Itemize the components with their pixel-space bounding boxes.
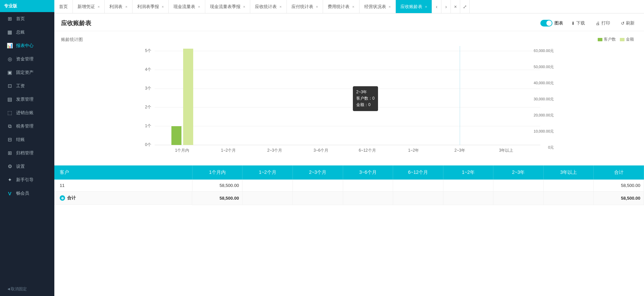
svg-text:0个: 0个: [145, 142, 151, 147]
tab-ap-stats-close[interactable]: ×: [316, 5, 318, 9]
tab-home[interactable]: 首页: [54, 0, 73, 13]
col-m8: 3年以上: [543, 165, 594, 180]
unpin-button[interactable]: ◄取消固定: [0, 282, 54, 296]
archive-icon: ⊞: [7, 150, 13, 156]
svg-text:3年以上: 3年以上: [499, 148, 514, 153]
legend-amount-color: [620, 38, 625, 41]
tab-voucher[interactable]: 新增凭证 ×: [73, 0, 105, 13]
svg-text:6~12个月: 6~12个月: [359, 148, 376, 153]
row-m1: 58,500.00: [192, 180, 243, 192]
funds-icon: ◎: [7, 56, 13, 62]
sidebar-label-invoice: 发票管理: [16, 96, 34, 102]
chart-title: 账龄统计图: [61, 37, 637, 43]
col-m4: 3~6个月: [343, 165, 393, 180]
col-m6: 1~2年: [443, 165, 493, 180]
data-table: 客户 1个月内 1~2个月 2~3个月 3~6个月 6~12个月 1~2年 2~…: [54, 165, 644, 205]
tab-profit-close[interactable]: ×: [125, 5, 127, 9]
svg-text:0元: 0元: [548, 145, 554, 149]
tab-profit-q[interactable]: 利润表季报 ×: [132, 0, 169, 13]
tab-expense[interactable]: 费用统计表 ×: [323, 0, 359, 13]
tab-cashflow-q[interactable]: 现金流量表季报 ×: [205, 0, 250, 13]
table-row: 11 58,500.00 58,500.00: [54, 180, 644, 192]
total-icon: ⊕: [60, 195, 65, 201]
sidebar-item-guide[interactable]: ✦ 新手引导: [0, 173, 54, 187]
row-m8: [543, 180, 594, 192]
sidebar-item-invoice[interactable]: ▤ 发票管理: [0, 93, 54, 106]
sidebar-item-sales[interactable]: ⬚ 进销台账: [0, 106, 54, 119]
page-title: 应收账龄表: [61, 19, 91, 27]
total-m2: [243, 192, 293, 205]
tab-ar-aging-close[interactable]: ×: [425, 5, 427, 9]
sidebar-item-member[interactable]: V 畅会员: [0, 187, 54, 200]
total-m3: [292, 192, 343, 205]
settings-icon: ⚙: [7, 163, 13, 169]
sidebar-item-home[interactable]: ⊞ 首页: [0, 12, 54, 26]
row-total: 58,500.00: [594, 180, 644, 192]
tab-profit-q-close[interactable]: ×: [162, 5, 164, 9]
page-header: 应收账龄表 图表 ⬇ 下载 🖨 打印 ↺ 刷新: [54, 13, 644, 31]
chart-toggle[interactable]: 图表: [540, 20, 563, 27]
tab-cashflow-close[interactable]: ×: [198, 5, 200, 9]
ledger-icon: ▦: [7, 29, 13, 35]
legend-customer: 客户数: [598, 37, 616, 42]
sidebar: 专业版 ⊞ 首页 ▦ 总账 📊 报表中心 ◎ 资金管理 ▣ 固定资产 ⊡ 工资 …: [0, 0, 54, 296]
refresh-button[interactable]: ↺ 刷新: [618, 19, 637, 28]
tab-cashflow-label: 现金流量表: [173, 4, 195, 10]
sidebar-item-settle[interactable]: ⊟ 结账: [0, 133, 54, 146]
tab-operations[interactable]: 经营状况表 ×: [360, 0, 396, 13]
legend-amount-label: 金额: [626, 37, 634, 42]
main-area: 首页 新增凭证 × 利润表 × 利润表季报 × 现金流量表 × 现金流量表季报 …: [54, 0, 644, 296]
tab-next-button[interactable]: ›: [441, 0, 451, 13]
unpin-label: ◄取消固定: [7, 286, 27, 292]
tab-cashflow[interactable]: 现金流量表 ×: [169, 0, 205, 13]
svg-text:40,000.00元: 40,000.00元: [534, 81, 554, 85]
sidebar-label-ledger: 总账: [16, 29, 25, 35]
bar-amount-0[interactable]: [183, 49, 193, 145]
svg-text:60,000.00元: 60,000.00元: [534, 49, 554, 53]
tab-voucher-close[interactable]: ×: [98, 5, 100, 9]
chart-svg: 5个 4个 3个 2个 1个 0个 60,000.00元 50,000.00元 …: [61, 46, 637, 160]
sidebar-item-funds[interactable]: ◎ 资金管理: [0, 52, 54, 66]
chart-legend: 客户数 金额: [598, 37, 634, 42]
sidebar-label-funds: 资金管理: [16, 56, 34, 62]
bar-customer-0[interactable]: [171, 126, 181, 145]
sidebar-label-settle: 结账: [16, 137, 25, 143]
tab-fullscreen-button[interactable]: ⤢: [460, 0, 470, 13]
tab-ar-aging[interactable]: 应收账龄表 ×: [396, 0, 432, 13]
print-button[interactable]: 🖨 打印: [593, 19, 613, 28]
sidebar-item-settings[interactable]: ⚙ 设置: [0, 160, 54, 173]
sidebar-item-assets[interactable]: ▣ 固定资产: [0, 66, 54, 79]
svg-text:3~6个月: 3~6个月: [314, 148, 328, 153]
legend-customer-color: [598, 38, 602, 41]
toggle-track[interactable]: [540, 20, 552, 27]
col-m7: 2~3年: [493, 165, 544, 180]
row-m4: [343, 180, 393, 192]
tab-cashflow-q-close[interactable]: ×: [243, 5, 245, 9]
tab-ar-stats-close[interactable]: ×: [279, 5, 281, 9]
sidebar-item-salary[interactable]: ⊡ 工资: [0, 79, 54, 93]
sidebar-item-reports[interactable]: 📊 报表中心: [0, 39, 54, 52]
sidebar-item-archive[interactable]: ⊞ 归档管理: [0, 146, 54, 160]
total-m6: [443, 192, 493, 205]
tax-icon: ⧉: [7, 123, 13, 129]
svg-text:1~2个月: 1~2个月: [221, 148, 236, 153]
sidebar-item-ledger[interactable]: ▦ 总账: [0, 26, 54, 39]
download-button[interactable]: ⬇ 下载: [569, 19, 588, 28]
svg-text:1个: 1个: [145, 124, 151, 128]
download-icon: ⬇: [571, 21, 575, 26]
tab-expense-close[interactable]: ×: [352, 5, 354, 9]
total-sum: 58,500.00: [594, 192, 644, 205]
content-area: 应收账龄表 图表 ⬇ 下载 🖨 打印 ↺ 刷新: [54, 13, 644, 296]
tab-prev-button[interactable]: ‹: [432, 0, 441, 13]
tab-close-all-button[interactable]: ×: [451, 0, 460, 13]
svg-text:20,000.00元: 20,000.00元: [534, 113, 554, 117]
tab-ar-stats[interactable]: 应收统计表 ×: [250, 0, 286, 13]
tab-ap-stats[interactable]: 应付统计表 ×: [287, 0, 323, 13]
tab-operations-close[interactable]: ×: [389, 5, 391, 9]
tab-expense-label: 费用统计表: [328, 4, 350, 10]
member-icon: V: [7, 191, 13, 196]
total-row: ⊕ 合计 58,500.00 58,500.00: [54, 192, 644, 205]
tab-profit[interactable]: 利润表 ×: [105, 0, 132, 13]
tab-operations-label: 经营状况表: [364, 4, 386, 10]
sidebar-item-tax[interactable]: ⧉ 税务管理: [0, 119, 54, 133]
